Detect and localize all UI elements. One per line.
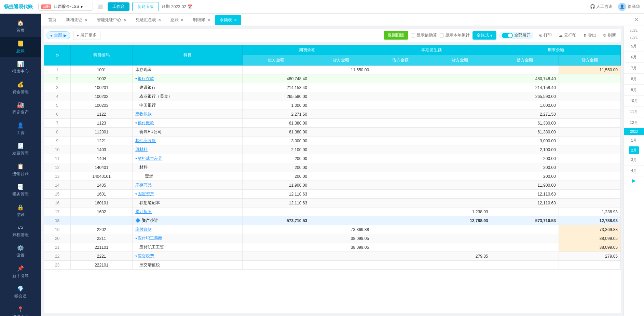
account-link[interactable]: 原材料 <box>135 147 148 152</box>
company-selector[interactable]: 勿删 江西股金-LSS ▾ <box>38 3 93 11</box>
mode-button[interactable]: 全账式 ▾ <box>472 31 496 40</box>
row-code: 140401 <box>71 163 133 172</box>
workbench-button[interactable]: 工作台 <box>108 2 129 11</box>
account-link[interactable]: 应付职工薪酬 <box>138 236 162 241</box>
sidebar-item-tax[interactable]: 📑 税务管理 <box>0 180 41 201</box>
account-link[interactable]: 库存商品 <box>135 183 152 187</box>
sidebar-item-fixed-assets[interactable]: 🏭 固定资产 <box>0 98 41 119</box>
row-name[interactable]: 原材料 <box>133 145 243 154</box>
row-name[interactable]: ▾应交税费 <box>133 252 243 261</box>
tab-home[interactable]: 首页 <box>44 15 61 25</box>
return-old-version-button[interactable]: 返回旧版 <box>384 31 408 40</box>
right-panel-month-7[interactable]: 7月 <box>624 63 644 74</box>
close-voucher-summary-icon[interactable]: ✕ <box>158 18 161 22</box>
row-name[interactable]: ▾银行存款 <box>133 74 243 83</box>
sidebar-item-settings[interactable]: ⚙️ 设置 <box>0 241 41 262</box>
account-link[interactable]: 累计折旧 <box>135 209 152 214</box>
row-name[interactable]: 库存商品 <box>133 181 243 190</box>
company-settings-icon[interactable]: ⬜ <box>96 4 105 10</box>
cell-ob-debit: 2,100.00 <box>242 145 310 154</box>
row-name[interactable]: ▾固定资产 <box>133 190 243 199</box>
account-link[interactable]: 应收账款 <box>135 112 152 116</box>
row-name[interactable]: ▾应付职工薪酬 <box>133 234 243 243</box>
toggle-switch[interactable] <box>502 33 513 38</box>
collapse-icon[interactable]: ▾ <box>135 236 137 240</box>
row-name[interactable]: 应收账款 <box>133 110 243 119</box>
right-panel-month-2-active[interactable]: 2月 <box>629 146 639 154</box>
switch-version-button[interactable]: 切到旧版 <box>132 2 159 11</box>
sidebar-item-unpin[interactable]: 📍 取消固定 <box>0 303 41 316</box>
right-panel-month-12[interactable]: 12月 <box>624 117 644 128</box>
th-config[interactable]: ⚙ <box>44 45 71 66</box>
close-balance-sheet-icon[interactable]: ✕ <box>234 18 237 22</box>
right-panel-month-11[interactable]: 11月 <box>624 106 644 117</box>
right-panel-month-3[interactable]: 3月 <box>624 155 644 166</box>
account-link[interactable]: 材料成本差异 <box>138 156 162 161</box>
sidebar-item-payroll[interactable]: 👤 工资 <box>0 119 41 139</box>
row-name[interactable]: 累计折旧 <box>133 207 243 216</box>
tab-general-ledger[interactable]: 总账 ✕ <box>166 15 188 25</box>
expand-all-toggle[interactable]: 全部展开 <box>499 32 533 39</box>
sidebar-item-invoice[interactable]: 🧾 发票管理 <box>0 139 41 160</box>
close-tab-area-icon[interactable]: ✕ <box>631 16 641 23</box>
sidebar-item-general-ledger[interactable]: 📒 总账 <box>0 37 41 57</box>
calendar-icon[interactable]: 📅 <box>188 4 193 9</box>
headset-icon: 🎧 <box>590 4 595 9</box>
expand-right-icon[interactable]: ▶ <box>632 178 636 183</box>
right-panel-month-1[interactable]: 1月 <box>624 135 644 146</box>
row-name[interactable]: ▾预付账款 <box>133 119 243 128</box>
account-link[interactable]: 固定资产 <box>138 191 154 196</box>
account-link[interactable]: 应交税费 <box>138 254 154 258</box>
account-link[interactable]: 银行存款 <box>138 76 154 81</box>
close-add-voucher-icon[interactable]: ✕ <box>84 18 87 22</box>
sidebar-item-assets[interactable]: 💰 资金管理 <box>0 78 41 98</box>
sidebar-item-archive[interactable]: 🗂 归档管理 <box>0 221 41 241</box>
cloud-print-button[interactable]: ☁ 云打印 <box>557 31 578 40</box>
collapse-icon[interactable]: ▾ <box>135 254 137 258</box>
ytd-checkbox-box[interactable] <box>440 33 444 38</box>
tab-voucher-summary[interactable]: 凭证汇总表 ✕ <box>131 15 165 25</box>
collapse-icon[interactable]: ▾ <box>135 192 137 196</box>
account-link[interactable]: 其他应收款 <box>135 138 156 143</box>
right-panel-month-9[interactable]: 9月 <box>624 85 644 96</box>
collapse-icon[interactable]: ▾ <box>135 77 137 81</box>
refresh-button[interactable]: ↻ 刷新 <box>601 31 618 40</box>
tab-add-voucher[interactable]: 新增凭证 ✕ <box>61 15 92 25</box>
right-panel-month-5[interactable]: 5月 <box>624 41 644 52</box>
aux-checkbox-box[interactable] <box>411 33 415 38</box>
user-info[interactable]: 👤 徐泽华 <box>618 3 640 11</box>
row-name[interactable]: ▾材料成本差异 <box>133 154 243 163</box>
right-panel-month-8[interactable]: 8月 <box>624 74 644 85</box>
right-panel-month-10[interactable]: 10月 <box>624 96 644 106</box>
balance-table-container[interactable]: ⚙ 科目编码 科目 期初余额 本期发生额 期末余额 借方金额 贷方金额 <box>44 45 621 313</box>
collapse-icon[interactable]: ▾ <box>135 157 137 160</box>
breadcrumb-all[interactable]: ● 全部 ▶ <box>46 31 70 39</box>
account-link[interactable]: 预付账款 <box>138 120 154 125</box>
sidebar-item-closing[interactable]: 🔒 结账 <box>0 201 41 221</box>
consultant-link[interactable]: 🎧 人工咨询 <box>590 4 613 10</box>
config-icon[interactable]: ⚙ <box>55 53 59 58</box>
close-general-ledger-icon[interactable]: ✕ <box>181 18 183 22</box>
close-detail-ledger-icon[interactable]: ✕ <box>207 18 210 22</box>
tab-smart-voucher[interactable]: 智能凭证中心 ✕ <box>92 15 131 25</box>
expand-more-button[interactable]: ▾ 展开更多 <box>73 31 100 40</box>
export-button[interactable]: ⬆ 导出 <box>581 31 598 40</box>
close-smart-voucher-icon[interactable]: ✕ <box>123 18 126 22</box>
collapse-icon[interactable]: ▾ <box>135 121 137 125</box>
right-panel-expand-icon[interactable]: ▶ <box>624 178 644 183</box>
sidebar-item-home[interactable]: 🏠 首页 <box>0 16 41 37</box>
right-panel-month-6[interactable]: 6月 <box>624 52 644 63</box>
right-panel-month-4[interactable]: 4月 <box>624 166 644 176</box>
tab-balance-sheet[interactable]: 余额表 ✕ <box>215 15 241 25</box>
show-ytd-checkbox[interactable]: 显示本年累计 <box>440 32 470 38</box>
sidebar-item-guide[interactable]: 📌 新手引导 <box>0 262 41 282</box>
sidebar-item-purchase[interactable]: 📋 进销台账 <box>0 160 41 180</box>
row-name[interactable]: 应付账款 <box>133 225 243 234</box>
print-button[interactable]: 🖨 打印 <box>536 31 554 40</box>
sidebar-item-member[interactable]: 💎 畅会员 <box>0 282 41 303</box>
row-name[interactable]: 其他应收款 <box>133 137 243 145</box>
show-aux-checkbox[interactable]: 显示辅助算 <box>411 32 437 38</box>
sidebar-item-reports[interactable]: 📊 报表中心 <box>0 57 41 78</box>
tab-detail-ledger[interactable]: 明细账 ✕ <box>189 15 215 25</box>
account-link[interactable]: 应付账款 <box>135 227 152 232</box>
